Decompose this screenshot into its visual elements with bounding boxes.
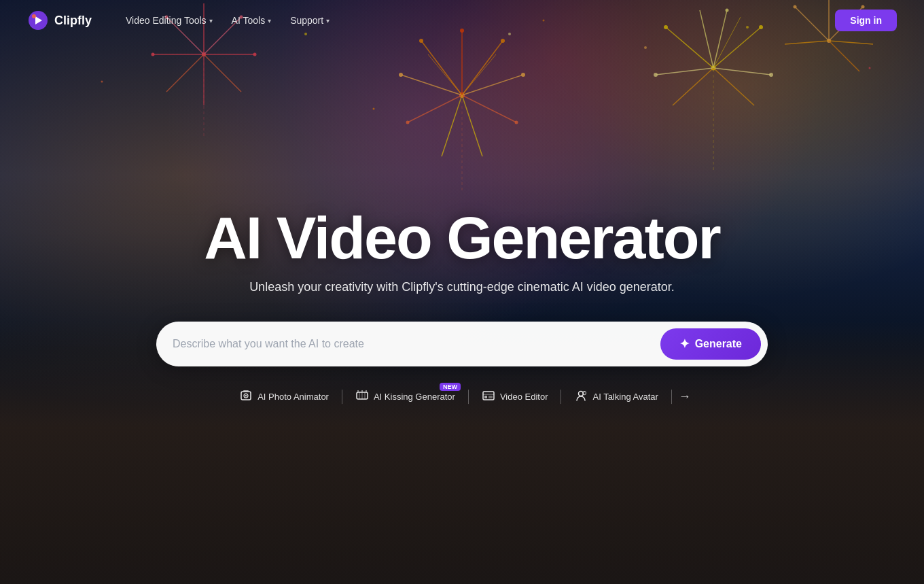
chevron-down-icon-video: ▾ — [209, 17, 213, 24]
nav-label-support: Support — [290, 15, 323, 26]
logo-icon — [27, 10, 49, 31]
quick-link-label-video-editor: Video Editor — [500, 392, 548, 402]
chevron-down-icon-ai: ▾ — [268, 17, 271, 24]
svg-point-79 — [366, 390, 367, 392]
svg-rect-82 — [484, 396, 487, 398]
hero-section: Clipfly Video Editing Tools ▾ AI Tools ▾… — [0, 0, 924, 584]
nav-label-video-editing: Video Editing Tools — [126, 15, 207, 26]
arrow-right-icon: → — [679, 390, 691, 404]
quick-link-label-ai-photo-animator: AI Photo Animator — [257, 392, 329, 402]
svg-rect-70 — [243, 390, 249, 392]
ai-kissing-generator-icon — [356, 390, 368, 405]
svg-point-78 — [361, 390, 363, 392]
svg-rect-83 — [488, 396, 493, 398]
more-tools-arrow[interactable]: → — [672, 385, 698, 408]
nav-label-ai-tools: AI Tools — [232, 15, 266, 26]
nav-item-video-editing-tools[interactable]: Video Editing Tools ▾ — [119, 11, 219, 30]
svg-point-77 — [357, 390, 359, 392]
quick-links: AI Photo Animator NEW AI Kissing Gener — [156, 385, 768, 409]
chevron-down-icon-support: ▾ — [326, 17, 330, 24]
ai-photo-animator-icon — [240, 390, 252, 405]
quick-link-ai-photo-animator[interactable]: AI Photo Animator — [226, 385, 342, 409]
generate-button[interactable]: ✦ Generate — [660, 328, 761, 360]
quick-link-label-ai-talking-avatar: AI Talking Avatar — [592, 392, 658, 402]
prompt-input[interactable] — [173, 338, 660, 350]
quick-link-ai-talking-avatar[interactable]: AI Talking Avatar — [561, 385, 671, 409]
sign-in-button[interactable]: Sign in — [835, 10, 897, 31]
sparkle-icon: ✦ — [679, 337, 690, 351]
logo-text: Clipfly — [54, 14, 92, 28]
hero-content: AI Video Generator Unleash your creativi… — [156, 208, 768, 409]
quick-link-video-editor[interactable]: Video Editor — [469, 385, 562, 409]
video-editor-icon — [482, 390, 495, 405]
generate-label: Generate — [695, 338, 742, 350]
nav-item-support[interactable]: Support ▾ — [283, 11, 336, 30]
hero-title: AI Video Generator — [156, 208, 768, 268]
hero-subtitle: Unleash your creativity with Clipfly's c… — [156, 280, 768, 294]
nav-item-ai-tools[interactable]: AI Tools ▾ — [225, 11, 279, 30]
svg-point-68 — [32, 14, 36, 18]
search-bar: ✦ Generate — [156, 322, 768, 366]
new-badge: NEW — [440, 383, 461, 391]
quick-link-ai-kissing-generator[interactable]: NEW AI Kissing Generator — [342, 385, 469, 409]
nav-links: Video Editing Tools ▾ AI Tools ▾ Support… — [119, 11, 336, 30]
navbar: Clipfly Video Editing Tools ▾ AI Tools ▾… — [0, 0, 924, 41]
ai-talking-avatar-icon — [575, 390, 587, 405]
quick-link-label-ai-kissing-generator: AI Kissing Generator — [374, 392, 455, 402]
navbar-left: Clipfly Video Editing Tools ▾ AI Tools ▾… — [27, 10, 336, 31]
logo[interactable]: Clipfly — [27, 10, 92, 31]
svg-point-72 — [245, 394, 247, 396]
svg-rect-80 — [483, 392, 494, 400]
